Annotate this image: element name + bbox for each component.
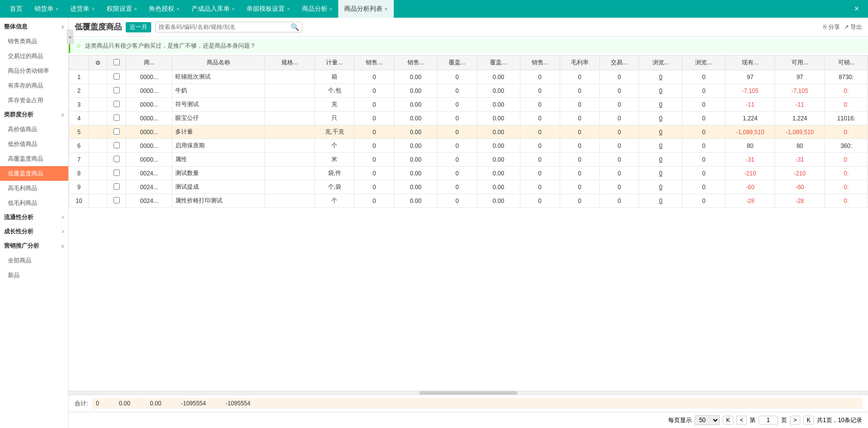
nav-sale-close[interactable]: × — [55, 6, 58, 12]
row-browse1[interactable]: 0 — [639, 112, 682, 125]
window-close-button[interactable]: × — [849, 0, 864, 18]
row-checkbox[interactable] — [113, 73, 120, 80]
export-button[interactable]: ↗ 导出 — [844, 23, 862, 31]
row-unit: 袋,件 — [315, 167, 354, 180]
row-sales3: 0 — [520, 98, 560, 112]
row-browse1[interactable]: 0 — [639, 70, 682, 84]
sidebar-item-high-value[interactable]: 高价值商品 — [0, 122, 68, 137]
sidebar-item-high-margin[interactable]: 高毛利商品 — [0, 181, 68, 196]
search-icon[interactable]: 🔍 — [291, 23, 299, 31]
sidebar-item-sales-products[interactable]: 销售类商品 — [0, 34, 68, 49]
nav-role-close[interactable]: × — [176, 6, 179, 12]
sidebar-item-low-value[interactable]: 低价值商品 — [0, 137, 68, 151]
page-size-select[interactable]: 50 100 200 — [695, 415, 720, 425]
sidebar-item-with-stock[interactable]: 有库存的商品 — [0, 78, 68, 93]
nav-stock-in-close[interactable]: × — [232, 6, 235, 12]
row-check[interactable] — [108, 98, 126, 112]
row-available: -210 — [775, 167, 825, 180]
row-sales3: 0 — [520, 180, 560, 194]
row-checkbox[interactable] — [113, 156, 120, 162]
nav-permission-close[interactable]: × — [134, 6, 137, 12]
table-row: 7 0000... 属性 米 0 0.00 0 0.00 0 0 0 0 0 -… — [69, 153, 868, 167]
sidebar-section-cluster[interactable]: 类群度分析 ∨ — [0, 108, 68, 122]
first-page-button[interactable]: K — [723, 416, 733, 425]
table-row: 10 0024... 属性价格打印测试 个 0 0.00 0 0.00 0 0 … — [69, 194, 868, 208]
nav-template-close[interactable]: × — [287, 6, 290, 12]
sidebar-item-low-coverage[interactable]: 低覆盖度商品 — [0, 166, 68, 181]
col-name-header: 商品名称 — [172, 56, 265, 70]
row-check[interactable] — [108, 180, 126, 194]
row-check[interactable] — [108, 112, 126, 125]
sidebar-item-low-margin[interactable]: 低毛利商品 — [0, 196, 68, 210]
nav-stock-in[interactable]: 产成品入库单 × — [186, 0, 241, 18]
nav-permission[interactable]: 权限设置 × — [101, 0, 143, 18]
footer-label: 合计: — [75, 399, 88, 408]
share-button[interactable]: ⎘ 分享 — [823, 23, 840, 31]
search-input[interactable] — [159, 24, 291, 30]
row-checkbox[interactable] — [113, 114, 120, 121]
sidebar-section-marketing[interactable]: 营销推广分析 ∨ — [0, 239, 68, 253]
row-checkbox[interactable] — [113, 197, 120, 203]
row-settings — [89, 153, 108, 167]
row-checkbox[interactable] — [113, 170, 120, 176]
sidebar-toggle-button[interactable]: « — [67, 29, 74, 44]
row-browse1[interactable]: 0 — [639, 98, 682, 112]
sidebar-item-high-coverage[interactable]: 高覆盖度商品 — [0, 151, 68, 166]
nav-template[interactable]: 单据模板设置 × — [241, 0, 296, 18]
row-browse1[interactable]: 0 — [639, 194, 682, 208]
row-browse1[interactable]: 0 — [639, 167, 682, 180]
row-browse1[interactable]: 0 — [639, 153, 682, 167]
row-checkbox[interactable] — [113, 142, 120, 148]
row-checkbox[interactable] — [113, 183, 120, 190]
nav-analysis[interactable]: 商品分析 × — [296, 0, 338, 18]
sidebar-section-circulation[interactable]: 流通性分析 > — [0, 210, 68, 225]
row-trade: 0 — [599, 153, 639, 167]
row-sales-amt: 0.00 — [394, 70, 437, 84]
row-current-stock: -11 — [725, 98, 775, 112]
nav-role[interactable]: 角色授权 × — [143, 0, 185, 18]
row-checkbox[interactable] — [113, 87, 120, 93]
row-check[interactable] — [108, 139, 126, 153]
nav-analysis-list[interactable]: 商品分析列表 × — [338, 0, 393, 18]
col-check-header[interactable] — [108, 56, 126, 70]
sidebar-item-new-products[interactable]: 新品 — [0, 268, 68, 283]
sidebar-section-growth[interactable]: 成长性分析 > — [0, 225, 68, 239]
row-check[interactable] — [108, 84, 126, 98]
col-browse2-header: 浏览... — [682, 56, 726, 70]
row-browse2: 0 — [682, 98, 726, 112]
sidebar-item-traded-products[interactable]: 交易过的商品 — [0, 49, 68, 63]
sidebar-item-category-rate[interactable]: 商品分类动销率 — [0, 63, 68, 78]
sidebar-section-overall[interactable]: 整体信息 ∨ — [0, 20, 68, 34]
sidebar-item-stock-fund[interactable]: 库存资金占用 — [0, 93, 68, 108]
row-check[interactable] — [108, 153, 126, 167]
nav-purchase-close[interactable]: × — [91, 6, 94, 12]
row-browse1[interactable]: 0 — [639, 180, 682, 194]
nav-purchase[interactable]: 进货单 × — [64, 0, 100, 18]
page-label: 第 — [750, 416, 756, 425]
last-page-button[interactable]: K — [803, 416, 814, 425]
next-page-button[interactable]: > — [790, 416, 800, 425]
period-button[interactable]: 近一月 — [126, 22, 151, 32]
row-browse1[interactable]: 0 — [639, 139, 682, 153]
select-all-checkbox[interactable] — [113, 59, 120, 65]
nav-home[interactable]: 首页 — [4, 0, 28, 18]
horizontal-scrollbar[interactable] — [69, 391, 868, 395]
data-table-container[interactable]: ⚙ 商... 商品名称 规格... 计量... 销售... 销售... 覆盖..… — [69, 55, 868, 391]
prev-page-button[interactable]: < — [736, 416, 747, 425]
row-check[interactable] — [108, 167, 126, 180]
nav-analysis-close[interactable]: × — [329, 6, 332, 12]
sidebar-item-all-products[interactable]: 全部商品 — [0, 253, 68, 268]
page-number-input[interactable] — [759, 416, 778, 425]
footer-sum-area: 0 0.00 0.00 -1095554 -1095554 — [92, 398, 862, 409]
row-checkbox[interactable] — [113, 101, 120, 107]
row-browse1[interactable]: 0 — [639, 125, 682, 139]
row-check[interactable] — [108, 70, 126, 84]
col-settings-header[interactable]: ⚙ — [89, 56, 108, 70]
row-checkbox[interactable] — [113, 128, 120, 135]
row-check[interactable] — [108, 125, 126, 139]
row-current-stock: -60 — [725, 180, 775, 194]
row-check[interactable] — [108, 194, 126, 208]
nav-analysis-list-close[interactable]: × — [384, 6, 387, 12]
nav-sale[interactable]: 销货单 × — [28, 0, 64, 18]
row-browse1[interactable]: 0 — [639, 84, 682, 98]
